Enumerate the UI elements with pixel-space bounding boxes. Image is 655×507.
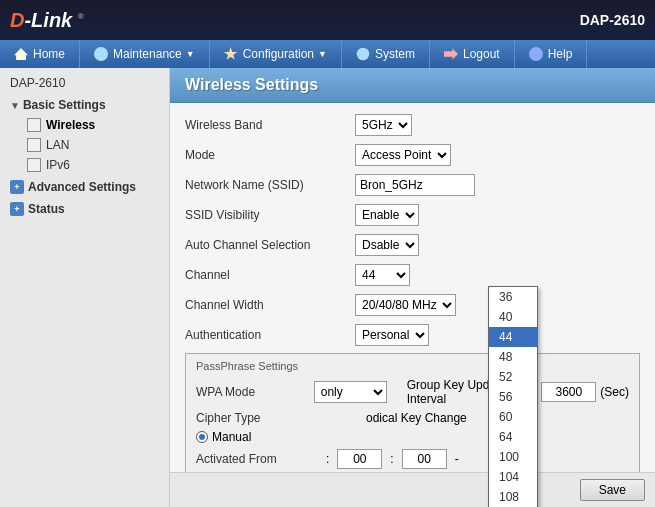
wireless-band-label: Wireless Band — [185, 118, 355, 132]
nav-help[interactable]: Help — [515, 40, 588, 68]
ssid-visibility-select[interactable]: Enable — [355, 204, 419, 226]
sidebar-lan[interactable]: LAN — [5, 135, 164, 155]
system-icon — [356, 47, 370, 61]
expand-advanced-icon: + — [10, 180, 24, 194]
nav-logout[interactable]: Logout — [430, 40, 515, 68]
wireless-band-row: Wireless Band 5GHz — [185, 113, 640, 137]
ssid-row: Network Name (SSID) — [185, 173, 640, 197]
nav-configuration-label: Configuration — [243, 47, 314, 61]
auto-channel-row: Auto Channel Selection Dsable — [185, 233, 640, 257]
channel-width-label: Channel Width — [185, 298, 355, 312]
configuration-icon — [224, 47, 238, 61]
channel-dropdown-list: 36 40 44 48 52 56 60 64 100 104 108 112 … — [488, 286, 538, 507]
periodic-key-label: odical Key Change — [366, 411, 467, 425]
wpa-mode-select[interactable]: only — [314, 381, 387, 403]
configuration-arrow: ▼ — [318, 49, 327, 59]
channel-option-60[interactable]: 60 — [489, 407, 537, 427]
sidebar-status[interactable]: + Status — [5, 199, 164, 219]
auto-channel-label: Auto Channel Selection — [185, 238, 355, 252]
sidebar-lan-label: LAN — [46, 138, 69, 152]
bottom-bar: Save — [170, 472, 655, 507]
ssid-input[interactable] — [355, 174, 475, 196]
content-header: Wireless Settings — [170, 68, 655, 103]
passphrase-section-title: PassPhrase Settings — [196, 360, 629, 372]
sidebar-wireless[interactable]: Wireless — [5, 115, 164, 135]
help-icon — [529, 47, 543, 61]
activated-from-row: Activated From : : - — [196, 449, 629, 469]
auth-select[interactable]: Personal — [355, 324, 429, 346]
nav-system-label: System — [375, 47, 415, 61]
nav-logout-label: Logout — [463, 47, 500, 61]
channel-option-100[interactable]: 100 — [489, 447, 537, 467]
home-icon — [14, 48, 28, 60]
sidebar-ipv6[interactable]: IPv6 — [5, 155, 164, 175]
save-button[interactable]: Save — [580, 479, 645, 501]
sidebar: DAP-2610 ▼ Basic Settings Wireless LAN I… — [0, 68, 170, 507]
group-key-suffix: (Sec) — [600, 385, 629, 399]
logo: D-Link ® — [10, 9, 84, 32]
channel-label: Channel — [185, 268, 355, 282]
mode-select[interactable]: Access Point — [355, 144, 451, 166]
expand-icon: ▼ — [10, 100, 20, 111]
channel-option-44[interactable]: 44 — [489, 327, 537, 347]
time-from-1[interactable] — [337, 449, 382, 469]
mode-row: Mode Access Point — [185, 143, 640, 167]
sidebar-status-section: + Status — [5, 199, 164, 219]
sidebar-advanced-settings[interactable]: + Advanced Settings — [5, 177, 164, 197]
group-key-input[interactable] — [541, 382, 596, 402]
wpa-mode-label: WPA Mode — [196, 385, 314, 399]
sidebar-basic-settings[interactable]: ▼ Basic Settings — [5, 95, 164, 115]
channel-option-48[interactable]: 48 — [489, 347, 537, 367]
sidebar-device[interactable]: DAP-2610 — [5, 73, 164, 93]
sidebar-wireless-label: Wireless — [46, 118, 95, 132]
content: Wireless Settings Wireless Band 5GHz Mod… — [170, 68, 655, 507]
auto-channel-select[interactable]: Dsable — [355, 234, 419, 256]
channel-option-36[interactable]: 36 — [489, 287, 537, 307]
maintenance-arrow: ▼ — [186, 49, 195, 59]
nav-system[interactable]: System — [342, 40, 430, 68]
mode-label: Mode — [185, 148, 355, 162]
sidebar-status-label: Status — [28, 202, 65, 216]
nav-home[interactable]: Home — [0, 40, 80, 68]
channel-option-104[interactable]: 104 — [489, 467, 537, 487]
channel-option-56[interactable]: 56 — [489, 387, 537, 407]
channel-select[interactable]: 44 — [355, 264, 410, 286]
channel-width-row: Channel Width 20/40/80 MHz — [185, 293, 640, 317]
nav-configuration[interactable]: Configuration ▼ — [210, 40, 342, 68]
nav-maintenance-label: Maintenance — [113, 47, 182, 61]
channel-option-108[interactable]: 108 — [489, 487, 537, 507]
header-model: DAP-2610 — [580, 12, 645, 28]
ssid-visibility-label: SSID Visibility — [185, 208, 355, 222]
channel-option-40[interactable]: 40 — [489, 307, 537, 327]
header: D-Link ® DAP-2610 — [0, 0, 655, 40]
nav-home-label: Home — [33, 47, 65, 61]
expand-status-icon: + — [10, 202, 24, 216]
main-layout: DAP-2610 ▼ Basic Settings Wireless LAN I… — [0, 68, 655, 507]
wpa-mode-row: WPA Mode only Group Key Update Interval … — [196, 378, 629, 406]
ssid-label: Network Name (SSID) — [185, 178, 355, 192]
maintenance-icon — [94, 47, 108, 61]
activated-from-label: Activated From — [196, 452, 326, 466]
time-inputs: : : - — [326, 449, 459, 469]
time-from-2[interactable] — [402, 449, 447, 469]
auth-label: Authentication — [185, 328, 355, 342]
auth-row: Authentication Personal — [185, 323, 640, 347]
nav-maintenance[interactable]: Maintenance ▼ — [80, 40, 210, 68]
navbar: Home Maintenance ▼ Configuration ▼ Syste… — [0, 40, 655, 68]
wireless-band-select[interactable]: 5GHz — [355, 114, 412, 136]
cipher-type-label: Cipher Type — [196, 411, 326, 425]
sidebar-basic-settings-section: ▼ Basic Settings Wireless LAN IPv6 — [5, 95, 164, 175]
logout-icon — [444, 47, 458, 61]
sidebar-advanced-section: + Advanced Settings — [5, 177, 164, 197]
channel-option-64[interactable]: 64 — [489, 427, 537, 447]
page-title: Wireless Settings — [185, 76, 318, 93]
channel-row: Channel 44 — [185, 263, 640, 287]
manual-radio[interactable] — [196, 431, 208, 443]
sidebar-basic-settings-label: Basic Settings — [23, 98, 106, 112]
channel-dropdown: 36 40 44 48 52 56 60 64 100 104 108 112 … — [488, 286, 538, 507]
channel-option-52[interactable]: 52 — [489, 367, 537, 387]
channel-width-select[interactable]: 20/40/80 MHz — [355, 294, 456, 316]
sidebar-ipv6-label: IPv6 — [46, 158, 70, 172]
cipher-type-row: Cipher Type odical Key Change — [196, 411, 629, 425]
manual-label: Manual — [212, 430, 251, 444]
